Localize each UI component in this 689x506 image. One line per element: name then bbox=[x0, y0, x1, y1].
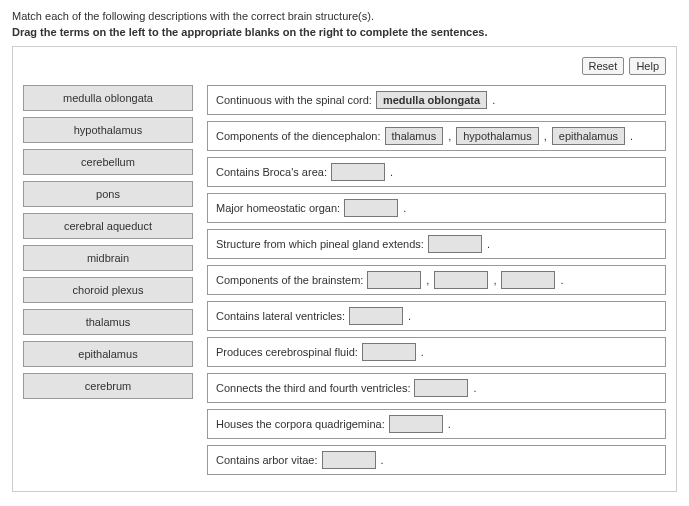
sentence-9: Connects the third and fourth ventricles… bbox=[207, 373, 666, 403]
drop-target-blank[interactable] bbox=[428, 235, 482, 253]
sentence-text: Houses the corpora quadrigemina: bbox=[216, 418, 385, 430]
term-hypothalamus[interactable]: hypothalamus bbox=[23, 117, 193, 143]
sentence-end: . bbox=[472, 382, 477, 394]
sentence-end: . bbox=[407, 310, 412, 322]
sentence-text: Connects the third and fourth ventricles… bbox=[216, 382, 410, 394]
sentence-7: Contains lateral ventricles: . bbox=[207, 301, 666, 331]
sentence-2: Components of the diencephalon: thalamus… bbox=[207, 121, 666, 151]
term-epithalamus[interactable]: epithalamus bbox=[23, 341, 193, 367]
term-cerebral-aqueduct[interactable]: cerebral aqueduct bbox=[23, 213, 193, 239]
instruction-line-2: Drag the terms on the left to the approp… bbox=[12, 26, 677, 38]
sentences-column: Continuous with the spinal cord: medulla… bbox=[207, 85, 666, 481]
separator: , bbox=[447, 130, 452, 142]
sentence-end: . bbox=[420, 346, 425, 358]
sentence-6: Components of the brainstem: , , . bbox=[207, 265, 666, 295]
sentence-text: Contains Broca's area: bbox=[216, 166, 327, 178]
sentence-5: Structure from which pineal gland extend… bbox=[207, 229, 666, 259]
toolbar: Reset Help bbox=[23, 57, 666, 75]
sentence-end: . bbox=[380, 454, 385, 466]
term-thalamus[interactable]: thalamus bbox=[23, 309, 193, 335]
sentence-end: . bbox=[389, 166, 394, 178]
separator: , bbox=[425, 274, 430, 286]
term-cerebellum[interactable]: cerebellum bbox=[23, 149, 193, 175]
drop-target-blank[interactable] bbox=[434, 271, 488, 289]
drop-target-filled[interactable]: epithalamus bbox=[552, 127, 625, 145]
drop-target-blank[interactable] bbox=[322, 451, 376, 469]
sentence-11: Contains arbor vitae: . bbox=[207, 445, 666, 475]
sentence-text: Major homeostatic organ: bbox=[216, 202, 340, 214]
help-button[interactable]: Help bbox=[629, 57, 666, 75]
sentence-end: . bbox=[402, 202, 407, 214]
separator: , bbox=[543, 130, 548, 142]
sentence-text: Contains lateral ventricles: bbox=[216, 310, 345, 322]
columns: medulla oblongata hypothalamus cerebellu… bbox=[23, 85, 666, 481]
sentence-end: . bbox=[486, 238, 491, 250]
sentence-text: Components of the brainstem: bbox=[216, 274, 363, 286]
drop-target-blank[interactable] bbox=[367, 271, 421, 289]
sentence-text: Structure from which pineal gland extend… bbox=[216, 238, 424, 250]
instruction-line-1: Match each of the following descriptions… bbox=[12, 10, 677, 22]
term-choroid-plexus[interactable]: choroid plexus bbox=[23, 277, 193, 303]
sentence-text: Produces cerebrospinal fluid: bbox=[216, 346, 358, 358]
sentence-3: Contains Broca's area: . bbox=[207, 157, 666, 187]
sentence-end: . bbox=[447, 418, 452, 430]
drop-target-blank[interactable] bbox=[331, 163, 385, 181]
drop-target-filled[interactable]: hypothalamus bbox=[456, 127, 539, 145]
separator: , bbox=[492, 274, 497, 286]
drop-target-blank[interactable] bbox=[344, 199, 398, 217]
sentence-10: Houses the corpora quadrigemina: . bbox=[207, 409, 666, 439]
sentence-end: . bbox=[559, 274, 564, 286]
sentence-text: Components of the diencephalon: bbox=[216, 130, 381, 142]
sentence-text: Contains arbor vitae: bbox=[216, 454, 318, 466]
term-midbrain[interactable]: midbrain bbox=[23, 245, 193, 271]
drop-target-blank[interactable] bbox=[414, 379, 468, 397]
sentence-end: . bbox=[629, 130, 634, 142]
reset-button[interactable]: Reset bbox=[582, 57, 625, 75]
drop-target-filled[interactable]: medulla oblongata bbox=[376, 91, 487, 109]
drop-target-blank[interactable] bbox=[349, 307, 403, 325]
sentence-1: Continuous with the spinal cord: medulla… bbox=[207, 85, 666, 115]
term-cerebrum[interactable]: cerebrum bbox=[23, 373, 193, 399]
drop-target-blank[interactable] bbox=[501, 271, 555, 289]
sentence-end: . bbox=[491, 94, 496, 106]
sentence-4: Major homeostatic organ: . bbox=[207, 193, 666, 223]
terms-column: medulla oblongata hypothalamus cerebellu… bbox=[23, 85, 193, 481]
sentence-text: Continuous with the spinal cord: bbox=[216, 94, 372, 106]
drop-target-blank[interactable] bbox=[362, 343, 416, 361]
drop-target-blank[interactable] bbox=[389, 415, 443, 433]
sentence-8: Produces cerebrospinal fluid: . bbox=[207, 337, 666, 367]
drop-target-filled[interactable]: thalamus bbox=[385, 127, 444, 145]
exercise-panel: Reset Help medulla oblongata hypothalamu… bbox=[12, 46, 677, 492]
term-pons[interactable]: pons bbox=[23, 181, 193, 207]
term-medulla-oblongata[interactable]: medulla oblongata bbox=[23, 85, 193, 111]
